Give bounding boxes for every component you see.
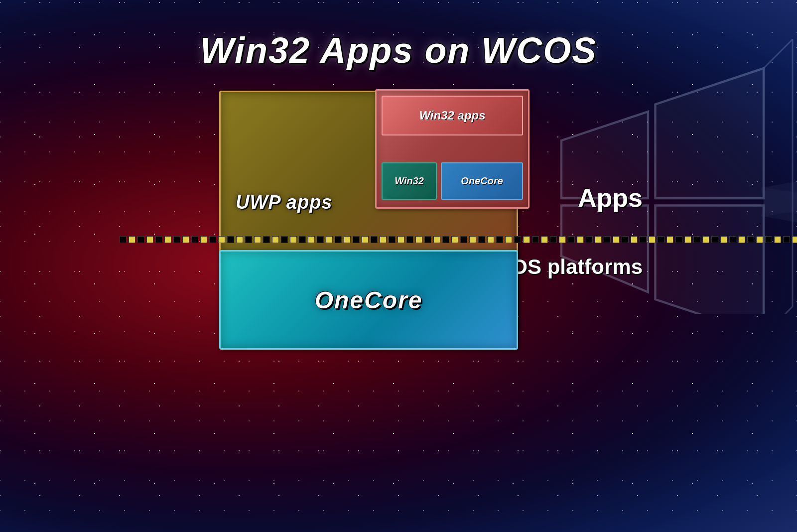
architecture-diagram: UWP apps Win32 apps Win32 OneCore OneCor… xyxy=(219,91,528,350)
win32-apps-label: Win32 apps xyxy=(419,109,485,123)
onecore-sub-box: OneCore xyxy=(441,162,523,200)
film-strip-dots xyxy=(120,236,797,243)
win32-sub-label: Win32 xyxy=(395,175,424,187)
uwp-apps-label: UWP apps xyxy=(236,192,333,213)
win32-sub-box: Win32 xyxy=(382,162,437,200)
main-content: Win32 Apps on WCOS UWP apps Win32 apps W… xyxy=(0,0,797,532)
win32-section-box: Win32 apps Win32 OneCore xyxy=(375,89,530,209)
lower-boxes-row: Win32 OneCore xyxy=(382,162,523,200)
page-title: Win32 Apps on WCOS xyxy=(200,30,597,71)
onecore-main-label: OneCore xyxy=(315,286,423,314)
onecore-main-box: OneCore xyxy=(219,250,518,350)
win32-apps-inner-box: Win32 apps xyxy=(382,96,523,135)
apps-label: Apps xyxy=(578,183,643,213)
onecore-sub-label: OneCore xyxy=(461,175,503,187)
os-platforms-label: OS platforms xyxy=(511,255,643,279)
film-strip-divider xyxy=(120,233,797,246)
